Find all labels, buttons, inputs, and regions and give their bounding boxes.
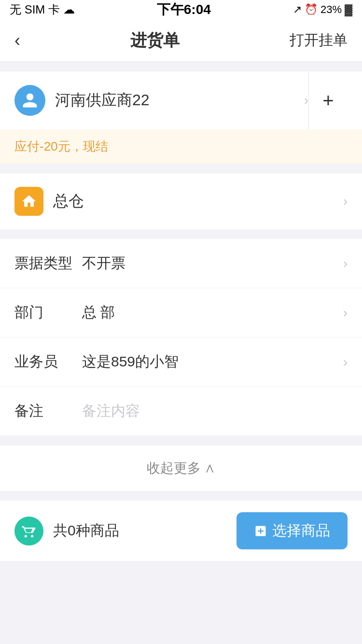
- signal-text: 无 SIM 卡 ☁: [10, 2, 75, 17]
- department-value: 总 部: [82, 303, 343, 322]
- invoice-type-value: 不开票: [82, 253, 343, 273]
- add-supplier-button[interactable]: +: [309, 71, 348, 129]
- supplier-avatar: [14, 85, 45, 116]
- supplier-section: 河南供应商22 › +: [0, 71, 362, 129]
- product-bar: 共0种商品 选择商品: [0, 501, 362, 561]
- alarm-icon: ⏰: [305, 3, 318, 16]
- remark-input[interactable]: 备注内容: [82, 401, 348, 421]
- status-left: 无 SIM 卡 ☁: [10, 2, 75, 17]
- location-icon: ↗: [293, 3, 302, 16]
- chevron-right-icon: ›: [343, 305, 348, 321]
- collapse-bar[interactable]: 收起更多 ∧: [0, 445, 362, 491]
- chevron-right-icon: ›: [343, 354, 348, 370]
- department-row[interactable]: 部门 总 部 ›: [0, 288, 362, 337]
- status-right: ↗ ⏰ 23% ▓: [293, 3, 352, 16]
- add-product-icon: [254, 524, 267, 538]
- remark-row[interactable]: 备注 备注内容: [0, 387, 362, 435]
- salesperson-label: 业务员: [14, 352, 82, 372]
- warehouse-section[interactable]: 总仓 ›: [0, 173, 362, 229]
- shopping-bag-icon: [21, 523, 37, 539]
- department-label: 部门: [14, 303, 82, 322]
- notice-bar: 应付-20元，现结: [0, 129, 362, 164]
- page-background: [0, 561, 362, 644]
- section-gap-2: [0, 164, 362, 173]
- nav-bar: ‹ 进货单 打开挂单: [0, 19, 362, 62]
- status-time: 下午6:04: [157, 0, 211, 19]
- chevron-right-icon: ›: [343, 256, 348, 271]
- supplier-selector[interactable]: 河南供应商22 ›: [14, 71, 309, 129]
- section-gap-1: [0, 62, 362, 71]
- invoice-type-label: 票据类型: [14, 253, 82, 273]
- salesperson-row[interactable]: 业务员 这是859的小智 ›: [0, 337, 362, 387]
- home-icon: [21, 193, 37, 210]
- chevron-right-icon: ›: [343, 194, 348, 209]
- status-bar: 无 SIM 卡 ☁ 下午6:04 ↗ ⏰ 23% ▓: [0, 0, 362, 19]
- product-count: 共0种商品: [53, 521, 119, 541]
- open-pending-button[interactable]: 打开挂单: [290, 30, 348, 50]
- product-icon: [14, 517, 43, 546]
- select-product-button[interactable]: 选择商品: [237, 512, 348, 549]
- form-section: 票据类型 不开票 › 部门 总 部 › 业务员 这是859的小智 › 备注 备注…: [0, 239, 362, 435]
- page-title: 进货单: [130, 29, 180, 52]
- warehouse-icon: [14, 187, 43, 216]
- chevron-right-icon: ›: [304, 93, 308, 108]
- invoice-type-row[interactable]: 票据类型 不开票 ›: [0, 239, 362, 288]
- battery-icon: ▓: [345, 3, 352, 16]
- select-product-label: 选择商品: [272, 521, 330, 541]
- back-button[interactable]: ‹: [14, 30, 20, 51]
- salesperson-value: 这是859的小智: [82, 352, 343, 372]
- battery-text: 23%: [320, 3, 342, 16]
- remark-label: 备注: [14, 401, 82, 421]
- supplier-name: 河南供应商22: [55, 90, 294, 111]
- warehouse-name: 总仓: [53, 191, 334, 212]
- warehouse-inner: 总仓 ›: [14, 173, 348, 229]
- product-left: 共0种商品: [14, 517, 119, 546]
- person-icon: [21, 92, 39, 109]
